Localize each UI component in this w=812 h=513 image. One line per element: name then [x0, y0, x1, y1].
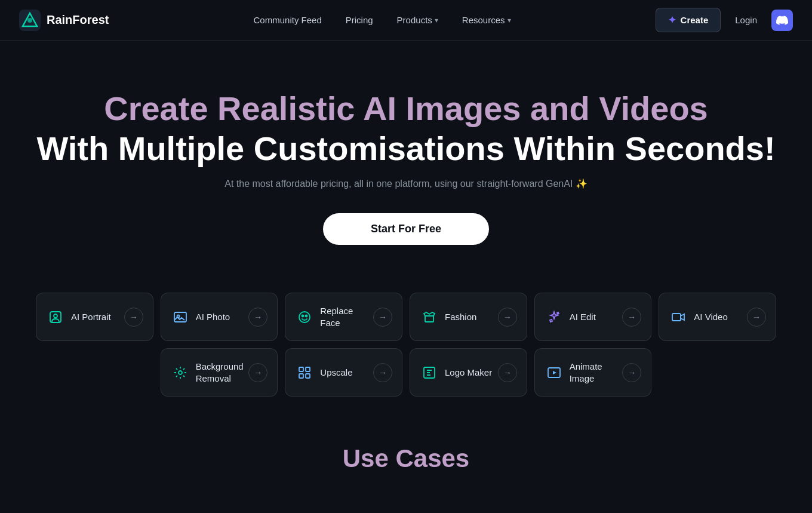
card-background-removal-label: Background Removal — [196, 361, 249, 384]
card-background-removal[interactable]: Background Removal → — [161, 348, 278, 397]
upscale-icon — [295, 363, 314, 382]
hero-subtitle: At the most affordable pricing, all in o… — [19, 178, 793, 189]
cards-grid: AI Portrait → AI Photo → — [36, 293, 776, 397]
card-logo-maker[interactable]: Logo Maker → — [410, 348, 527, 397]
discord-button[interactable] — [771, 10, 793, 31]
svg-rect-5 — [174, 312, 186, 322]
card-ai-video-label: AI Video — [694, 311, 727, 323]
animate-image-icon — [545, 363, 564, 382]
products-chevron-icon: ▾ — [435, 16, 438, 24]
card-ai-portrait[interactable]: AI Portrait → — [36, 293, 153, 341]
svg-point-2 — [27, 18, 32, 23]
login-button[interactable]: Login — [728, 10, 764, 30]
card-ai-edit-label: AI Edit — [570, 311, 596, 323]
card-replace-face-arrow[interactable]: → — [373, 308, 392, 327]
card-animate-image-arrow[interactable]: → — [622, 363, 641, 382]
card-fashion-label: Fashion — [445, 311, 476, 323]
card-replace-face[interactable]: Replace Face → — [285, 293, 402, 341]
navbar: RainForest Community Feed Pricing Produc… — [0, 0, 812, 41]
hero-title: Create Realistic AI Images and Videos Wi… — [19, 88, 793, 168]
card-animate-image-label: Animate Image — [570, 361, 623, 384]
ai-edit-icon — [545, 308, 564, 327]
card-ai-photo[interactable]: AI Photo → — [161, 293, 278, 341]
svg-rect-11 — [672, 314, 681, 321]
logo[interactable]: RainForest — [19, 10, 109, 31]
start-for-free-button[interactable]: Start For Free — [323, 213, 489, 245]
card-ai-edit-arrow[interactable]: → — [622, 308, 641, 327]
card-ai-photo-arrow[interactable]: → — [248, 308, 267, 327]
svg-rect-10 — [425, 316, 433, 322]
svg-point-8 — [302, 315, 304, 317]
hero-section: Create Realistic AI Images and Videos Wi… — [0, 41, 812, 281]
card-fashion-arrow[interactable]: → — [498, 308, 517, 327]
card-upscale[interactable]: Upscale → — [285, 348, 402, 397]
ai-portrait-icon — [46, 308, 65, 327]
nav-community-feed[interactable]: Community Feed — [244, 10, 331, 30]
replace-face-icon — [295, 308, 314, 327]
card-logo-maker-label: Logo Maker — [445, 367, 492, 379]
use-cases-title: Use Cases — [19, 444, 793, 473]
nav-resources[interactable]: Resources ▾ — [453, 10, 521, 30]
nav-links: Community Feed Pricing Products ▾ Resour… — [244, 10, 521, 30]
card-upscale-label: Upscale — [320, 367, 352, 379]
card-animate-image[interactable]: Animate Image → — [534, 348, 652, 397]
svg-rect-15 — [299, 374, 303, 378]
logo-maker-icon — [420, 363, 439, 382]
card-background-removal-arrow[interactable]: → — [248, 363, 267, 382]
card-ai-portrait-label: AI Portrait — [71, 311, 111, 323]
card-ai-portrait-arrow[interactable]: → — [124, 308, 143, 327]
discord-icon — [776, 14, 788, 26]
use-cases-section: Use Cases — [0, 420, 812, 485]
ai-photo-icon — [171, 308, 190, 327]
resources-chevron-icon: ▾ — [508, 16, 511, 24]
background-removal-icon — [171, 363, 190, 382]
card-ai-video-arrow[interactable]: → — [747, 308, 766, 327]
svg-rect-13 — [299, 367, 303, 371]
card-logo-maker-arrow[interactable]: → — [498, 363, 517, 382]
create-star-icon: ✦ — [668, 14, 676, 26]
hero-title-line1: Create Realistic AI Images and Videos — [104, 90, 708, 127]
nav-products[interactable]: Products ▾ — [387, 10, 448, 30]
svg-point-7 — [299, 312, 310, 322]
card-ai-photo-label: AI Photo — [196, 311, 230, 323]
svg-point-4 — [54, 314, 57, 318]
ai-video-icon — [669, 308, 688, 327]
svg-marker-19 — [553, 371, 556, 374]
svg-rect-14 — [306, 367, 310, 371]
logo-text: RainForest — [47, 13, 109, 27]
logo-icon — [19, 10, 41, 31]
card-fashion[interactable]: Fashion → — [410, 293, 527, 341]
svg-point-9 — [306, 315, 307, 317]
fashion-icon — [420, 308, 439, 327]
svg-point-12 — [179, 371, 182, 374]
card-replace-face-label: Replace Face — [320, 305, 373, 328]
svg-rect-16 — [306, 374, 310, 378]
nav-right: ✦ Create Login — [656, 8, 793, 32]
card-ai-edit[interactable]: AI Edit → — [534, 293, 652, 341]
create-button[interactable]: ✦ Create — [656, 8, 721, 32]
cards-section: AI Portrait → AI Photo → — [0, 281, 812, 420]
card-ai-video[interactable]: AI Video → — [659, 293, 776, 341]
hero-title-line2: With Multiple Customisations Within Seco… — [36, 130, 775, 167]
card-upscale-arrow[interactable]: → — [373, 363, 392, 382]
nav-pricing[interactable]: Pricing — [336, 10, 383, 30]
